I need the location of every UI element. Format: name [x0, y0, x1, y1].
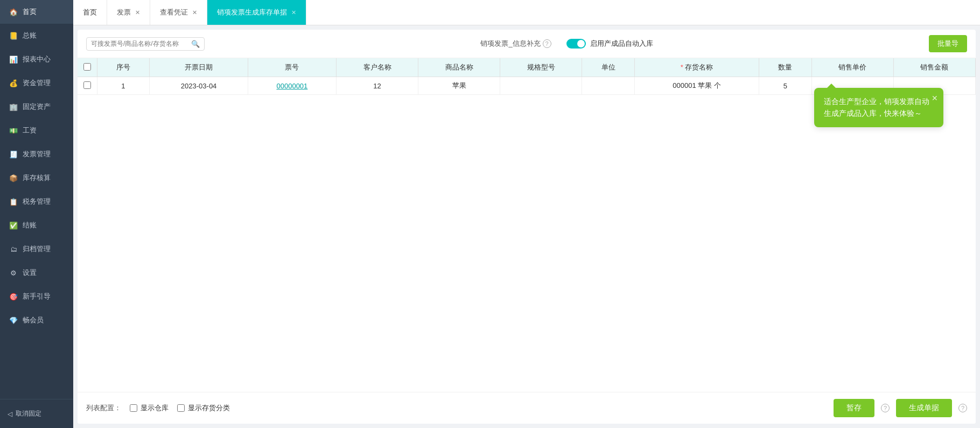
- sidebar-item-home-label: 首页: [23, 7, 37, 17]
- sidebar-item-ledger-label: 总账: [23, 31, 37, 40]
- sidebar-item-settings-label: 设置: [23, 268, 37, 278]
- info-icon-tooltip[interactable]: ?: [543, 39, 551, 48]
- guide-icon: 🎯: [9, 292, 18, 301]
- sidebar-item-settlement[interactable]: ✅ 结账: [0, 213, 73, 237]
- tab-invoice-close[interactable]: ✕: [135, 9, 140, 16]
- tab-invoice-label: 发票: [117, 8, 131, 17]
- sidebar-item-home[interactable]: 🏠 首页: [0, 0, 73, 24]
- table-header-row: 序号 开票日期 票号 客户名称 商品名称 规格型号 单位 存货名称 数量 销售单…: [78, 58, 976, 77]
- toggle-group: 启用产成品自动入库: [566, 39, 653, 49]
- th-qty: 数量: [759, 58, 811, 77]
- sidebar-item-report-label: 报表中心: [23, 54, 51, 64]
- th-inventory: 存货名称: [635, 58, 759, 77]
- tab-home-label: 首页: [83, 8, 97, 17]
- tab-cancel-invoice[interactable]: 销项发票生成库存单据 ✕: [207, 0, 306, 25]
- sidebar-item-guide[interactable]: 🎯 新手引导: [0, 285, 73, 308]
- th-unit: 单位: [582, 58, 635, 77]
- th-unit-price: 销售单价: [811, 58, 893, 77]
- sidebar-item-fixed-assets[interactable]: 🏢 固定资产: [0, 95, 73, 119]
- th-date: 开票日期: [150, 58, 248, 77]
- sidebar-item-invoice-mgmt[interactable]: 🧾 发票管理: [0, 142, 73, 166]
- save-button[interactable]: 暂存: [834, 399, 874, 417]
- td-seq: 1: [97, 77, 150, 95]
- sidebar-item-inventory-label: 库存核算: [23, 173, 51, 183]
- save-help-icon[interactable]: ?: [881, 404, 890, 412]
- inventory-icon: 📦: [9, 173, 18, 183]
- search-icon[interactable]: 🔍: [191, 40, 200, 48]
- info-label-group: 销项发票_信息补充 ?: [480, 39, 551, 49]
- td-date: 2023-03-04: [150, 77, 248, 95]
- settlement-icon: ✅: [9, 220, 18, 230]
- archive-icon: 🗂: [9, 244, 18, 254]
- tab-cancel-invoice-label: 销项发票生成库存单据: [217, 8, 287, 17]
- tax-icon: 📋: [9, 197, 18, 206]
- tooltip-close-icon[interactable]: ✕: [932, 92, 938, 104]
- sidebar-item-invoice-mgmt-label: 发票管理: [23, 149, 51, 159]
- sidebar-item-inventory[interactable]: 📦 库存核算: [0, 166, 73, 190]
- sidebar-item-salary[interactable]: 💵 工资: [0, 119, 73, 142]
- th-amount: 销售金额: [893, 58, 975, 77]
- td-spec: [500, 77, 582, 95]
- th-customer: 客户名称: [337, 58, 418, 77]
- sidebar-item-capital[interactable]: 💰 资金管理: [0, 71, 73, 95]
- show-inventory-category-checkbox[interactable]: [177, 404, 185, 412]
- vip-icon: 💎: [9, 315, 18, 325]
- sidebar: 🏠 首页 📒 总账 📊 报表中心 💰 资金管理 🏢 固定资产 💵 工资 🧾 发票…: [0, 0, 73, 428]
- td-customer: 12: [337, 77, 418, 95]
- footer-actions: 暂存 ? 生成单据 ?: [834, 399, 967, 417]
- info-label-text: 销项发票_信息补充: [480, 39, 540, 49]
- cancel-fixed-button[interactable]: ◁ 取消固定: [0, 404, 73, 424]
- row-checkbox[interactable]: [83, 81, 91, 89]
- sidebar-item-tax[interactable]: 📋 税务管理: [0, 190, 73, 213]
- th-product: 商品名称: [418, 58, 500, 77]
- sidebar-item-settlement-label: 结账: [23, 220, 37, 230]
- tooltip-text: 适合生产型企业，销项发票自动生成产成品入库，快来体验～: [824, 97, 929, 118]
- show-inventory-category-text: 显示存货分类: [188, 403, 230, 413]
- fixed-assets-icon: 🏢: [9, 102, 18, 112]
- home-icon: 🏠: [9, 7, 18, 17]
- toggle-label: 启用产成品自动入库: [590, 39, 653, 49]
- search-input[interactable]: [91, 40, 188, 47]
- cancel-fixed-label: 取消固定: [16, 409, 41, 418]
- show-warehouse-label[interactable]: 显示仓库: [141, 403, 169, 413]
- td-product: 苹果: [418, 77, 500, 95]
- tab-voucher[interactable]: 查看凭证 ✕: [150, 0, 207, 25]
- content-area: 🔍 销项发票_信息补充 ? 启用产成品自动入库 批量导 序: [78, 30, 976, 424]
- batch-button[interactable]: 批量导: [929, 35, 967, 52]
- td-ticket-no[interactable]: 00000001: [248, 77, 336, 95]
- footer-check-category: 显示存货分类: [177, 403, 230, 413]
- sidebar-item-report[interactable]: 📊 报表中心: [0, 47, 73, 71]
- tab-voucher-close[interactable]: ✕: [192, 9, 197, 16]
- show-inventory-category-label[interactable]: 显示存货分类: [188, 403, 230, 413]
- main-area: 首页 发票 ✕ 查看凭证 ✕ 销项发票生成库存单据 ✕ 🔍 销项发票_信息补充 …: [73, 0, 980, 428]
- td-qty: 5: [759, 77, 811, 95]
- tab-invoice[interactable]: 发票 ✕: [107, 0, 150, 25]
- sidebar-item-vip[interactable]: 💎 畅会员: [0, 308, 73, 332]
- tab-voucher-label: 查看凭证: [160, 8, 188, 17]
- toolbar: 🔍 销项发票_信息补充 ? 启用产成品自动入库 批量导: [78, 30, 976, 58]
- generate-help-icon[interactable]: ?: [958, 404, 967, 412]
- report-icon: 📊: [9, 54, 18, 64]
- generate-button[interactable]: 生成单据: [896, 399, 952, 417]
- show-warehouse-text: 显示仓库: [141, 403, 169, 413]
- sidebar-item-settings[interactable]: ⚙ 设置: [0, 261, 73, 285]
- footer-check-warehouse: 显示仓库: [130, 403, 169, 413]
- tab-home[interactable]: 首页: [73, 0, 107, 25]
- th-ticket-no: 票号: [248, 58, 336, 77]
- invoice-mgmt-icon: 🧾: [9, 149, 18, 159]
- td-unit: [582, 77, 635, 95]
- salary-icon: 💵: [9, 126, 18, 135]
- show-warehouse-checkbox[interactable]: [130, 404, 137, 412]
- td-checkbox: [78, 77, 97, 95]
- cancel-fixed-icon: ◁: [8, 410, 12, 418]
- auto-warehouse-toggle[interactable]: [566, 39, 586, 49]
- sidebar-item-ledger[interactable]: 📒 总账: [0, 24, 73, 47]
- tooltip-popover: ✕ 适合生产型企业，销项发票自动生成产成品入库，快来体验～: [814, 88, 943, 127]
- search-box[interactable]: 🔍: [86, 37, 205, 51]
- sidebar-item-archive[interactable]: 🗂 归档管理: [0, 237, 73, 261]
- select-all-checkbox[interactable]: [83, 63, 91, 71]
- capital-icon: 💰: [9, 78, 18, 88]
- sidebar-item-salary-label: 工资: [23, 126, 37, 135]
- sidebar-item-archive-label: 归档管理: [23, 244, 51, 254]
- tab-cancel-invoice-close[interactable]: ✕: [291, 9, 296, 16]
